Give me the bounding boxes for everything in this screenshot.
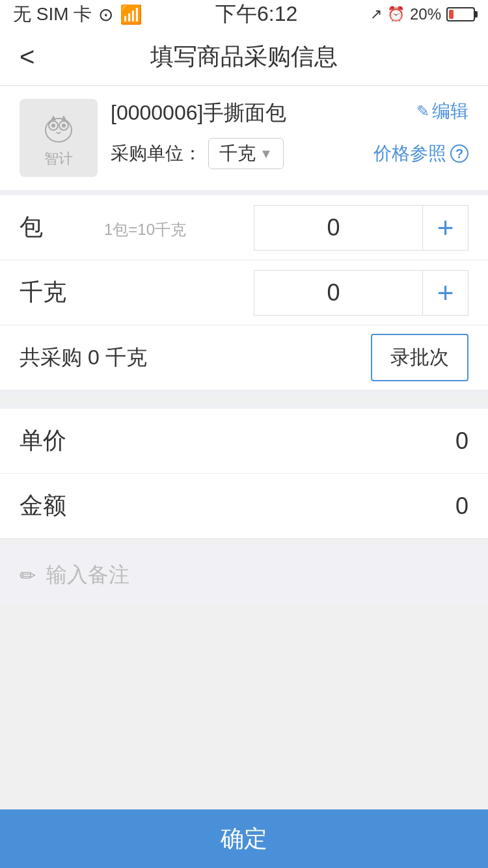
carrier-text: 无 SIM 卡 [13, 2, 92, 27]
price-reference-button[interactable]: 价格参照 ? [373, 141, 468, 166]
kg-plus-button[interactable]: + [423, 270, 468, 316]
bag-input-row: 包 1包=10千克 + [0, 195, 488, 260]
confirm-button[interactable]: 确定 [0, 809, 488, 868]
product-image: 智计 [20, 99, 98, 177]
status-right: ↗ ⏰ 20% [370, 5, 475, 23]
svg-point-3 [51, 124, 55, 128]
bag-quantity-input[interactable] [254, 205, 423, 251]
section-divider [0, 390, 488, 397]
location-icon: ↗ [370, 6, 382, 23]
product-name: [0000006]手撕面包 [111, 99, 286, 128]
content-spacer [0, 605, 488, 735]
unit-price-value: 0 [455, 427, 468, 455]
battery-icon [446, 7, 475, 21]
bag-label: 包 1包=10千克 [20, 211, 186, 243]
total-row: 共采购 0 千克 录批次 [0, 325, 488, 390]
price-section: 单价 0 金额 0 [0, 403, 488, 539]
edit-button[interactable]: ✎ 编辑 [416, 99, 468, 124]
batch-button[interactable]: 录批次 [371, 334, 468, 381]
notes-placeholder: 输入备注 [46, 561, 129, 590]
notes-section[interactable]: ✏ 输入备注 [0, 545, 488, 605]
wifi-icon: ⊙ [98, 4, 113, 25]
product-logo: 智计 [39, 107, 78, 169]
input-section: 包 1包=10千克 + 千克 + [0, 195, 488, 325]
product-info: [0000006]手撕面包 ✎ 编辑 采购单位： 千克 ▼ 价格参照 ? [111, 99, 468, 169]
alarm-icon: ⏰ [387, 6, 405, 23]
product-card: 智计 [0000006]手撕面包 ✎ 编辑 采购单位： 千克 ▼ 价格参照 ? [0, 86, 488, 195]
kg-input-row: 千克 + [0, 260, 488, 325]
back-button[interactable]: < [13, 36, 41, 78]
product-name-row: [0000006]手撕面包 ✎ 编辑 [111, 99, 468, 128]
total-label: 共采购 0 千克 [20, 344, 147, 372]
unit-select[interactable]: 千克 ▼ [208, 138, 284, 169]
status-bar: 无 SIM 卡 ⊙ 📶 下午6:12 ↗ ⏰ 20% [0, 0, 488, 29]
bag-plus-button[interactable]: + [423, 205, 468, 251]
svg-point-0 [46, 118, 72, 142]
unit-price-row: 单价 0 [0, 409, 488, 474]
kg-quantity-input[interactable] [254, 270, 423, 316]
kg-input-right: + [254, 270, 468, 316]
unit-price-label: 单价 [20, 425, 66, 457]
bag-input-right: + [254, 205, 468, 251]
pencil-icon: ✏ [20, 564, 36, 587]
chevron-down-icon: ▼ [260, 146, 273, 161]
amount-row: 金额 0 [0, 474, 488, 539]
amount-value: 0 [455, 493, 468, 520]
logo-text: 智计 [44, 149, 73, 169]
nav-bar: < 填写商品采购信息 [0, 29, 488, 86]
product-unit-row: 采购单位： 千克 ▼ 价格参照 ? [111, 138, 468, 169]
status-left: 无 SIM 卡 ⊙ 📶 [13, 2, 142, 27]
amount-label: 金额 [20, 490, 66, 522]
info-icon: ? [450, 144, 468, 163]
kg-label: 千克 [20, 277, 66, 308]
battery-percent: 20% [410, 5, 441, 23]
owl-icon [39, 107, 78, 146]
time-display: 下午6:12 [215, 0, 297, 29]
unit-label: 采购单位： 千克 ▼ [111, 138, 284, 169]
page-title: 填写商品采购信息 [150, 41, 338, 73]
svg-point-4 [62, 124, 66, 128]
signal-icon: 📶 [120, 4, 142, 25]
